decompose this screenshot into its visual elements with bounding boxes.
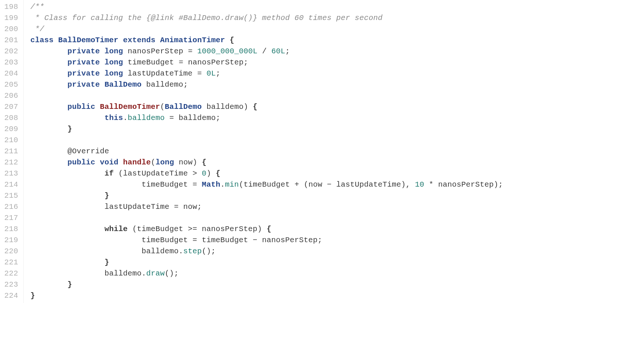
code-line[interactable]: */ bbox=[30, 24, 630, 35]
code-line[interactable]: public void handle(long now) { bbox=[30, 157, 630, 168]
line-number: 202 bbox=[4, 46, 18, 57]
code-line[interactable]: @Override bbox=[30, 146, 630, 157]
code-line[interactable] bbox=[30, 90, 630, 101]
line-number: 205 bbox=[4, 79, 18, 90]
code-line[interactable]: } bbox=[30, 279, 630, 290]
line-number: 218 bbox=[4, 224, 18, 235]
code-line[interactable]: } bbox=[30, 124, 630, 135]
code-line[interactable] bbox=[30, 213, 630, 224]
code-line[interactable]: public BallDemoTimer(BallDemo balldemo) … bbox=[30, 101, 630, 113]
line-number: 212 bbox=[4, 157, 18, 168]
code-line[interactable]: timeBudget = timeBudget − nanosPerStep; bbox=[30, 235, 630, 246]
line-number: 204 bbox=[4, 68, 18, 79]
code-line[interactable]: balldemo.draw(); bbox=[30, 268, 630, 279]
code-line[interactable]: private long timeBudget = nanosPerStep; bbox=[30, 57, 630, 68]
code-line[interactable]: balldemo.step(); bbox=[30, 246, 630, 257]
line-number: 216 bbox=[4, 201, 18, 213]
line-number: 206 bbox=[4, 90, 18, 101]
code-line[interactable]: timeBudget = Math.min(timeBudget + (now … bbox=[30, 179, 630, 190]
line-number: 203 bbox=[4, 57, 18, 68]
code-line[interactable]: private long nanosPerStep = 1000_000_000… bbox=[30, 46, 630, 57]
code-line[interactable]: private BallDemo balldemo; bbox=[30, 79, 630, 90]
code-editor: 1981992002012022032042052062072082092102… bbox=[0, 0, 630, 303]
line-number: 213 bbox=[4, 168, 18, 179]
line-number: 219 bbox=[4, 235, 18, 246]
line-number: 198 bbox=[4, 1, 18, 13]
code-line[interactable]: } bbox=[30, 190, 630, 201]
code-line[interactable]: class BallDemoTimer extends AnimationTim… bbox=[30, 35, 630, 46]
line-number-gutter: 1981992002012022032042052062072082092102… bbox=[0, 0, 24, 303]
line-number: 211 bbox=[4, 146, 18, 157]
line-number: 222 bbox=[4, 268, 18, 279]
line-number: 207 bbox=[4, 101, 18, 113]
code-line[interactable]: } bbox=[30, 257, 630, 268]
line-number: 201 bbox=[4, 35, 18, 46]
code-line[interactable]: } bbox=[30, 290, 630, 301]
code-line[interactable]: this.balldemo = balldemo; bbox=[30, 113, 630, 124]
line-number: 210 bbox=[4, 135, 18, 146]
line-number: 209 bbox=[4, 124, 18, 135]
line-number: 220 bbox=[4, 246, 18, 257]
line-number: 217 bbox=[4, 213, 18, 224]
code-area[interactable]: /** * Class for calling the {@link #Ball… bbox=[24, 0, 630, 303]
line-number: 224 bbox=[4, 290, 18, 301]
line-number: 200 bbox=[4, 24, 18, 35]
code-line[interactable] bbox=[30, 135, 630, 146]
line-number: 199 bbox=[4, 13, 18, 24]
line-number: 214 bbox=[4, 179, 18, 190]
code-line[interactable]: private long lastUpdateTime = 0L; bbox=[30, 68, 630, 79]
line-number: 215 bbox=[4, 190, 18, 201]
line-number: 208 bbox=[4, 113, 18, 124]
line-number: 223 bbox=[4, 279, 18, 290]
line-number: 221 bbox=[4, 257, 18, 268]
code-line[interactable]: /** bbox=[30, 1, 630, 13]
code-line[interactable]: * Class for calling the {@link #BallDemo… bbox=[30, 13, 630, 24]
code-line[interactable]: if (lastUpdateTime > 0) { bbox=[30, 168, 630, 179]
code-line[interactable]: while (timeBudget >= nanosPerStep) { bbox=[30, 224, 630, 235]
code-line[interactable]: lastUpdateTime = now; bbox=[30, 201, 630, 213]
